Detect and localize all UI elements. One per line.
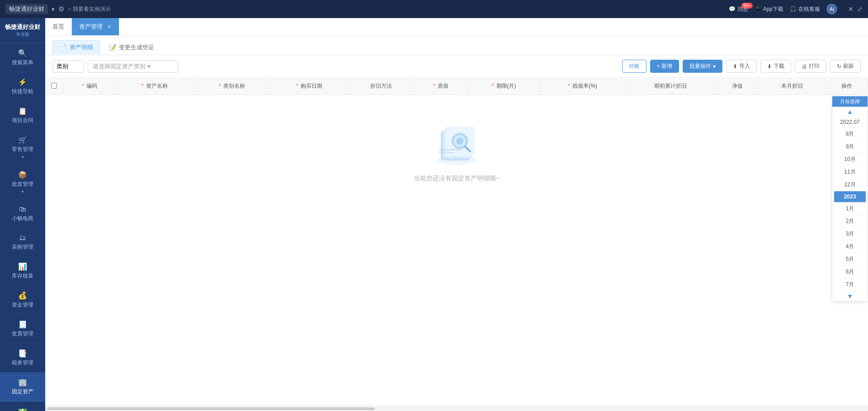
sidebar-item-ecommerce[interactable]: 🛍 小畅电商: [0, 200, 45, 228]
month-item-12[interactable]: 12月: [832, 179, 868, 191]
month-item-8[interactable]: 8月: [832, 128, 868, 141]
month-item-3[interactable]: 3月: [832, 228, 868, 241]
col-net-value: 净值: [716, 78, 758, 95]
sidebar-item-invoice-mgmt-label: 发票管理: [12, 330, 33, 338]
svg-rect-9: [439, 152, 454, 153]
col-name: * 资产名称: [116, 78, 193, 95]
top-bar-left: 畅捷通好业财 ▾ ⚙ ○ 我要看实例演示: [5, 4, 724, 14]
reconcile-label: 对账: [629, 62, 640, 70]
sidebar-item-fixed-assets[interactable]: 🏢 固定资产: [0, 373, 45, 402]
sidebar-item-retail-mgmt-label: 零售管理: [12, 146, 33, 153]
message-btn[interactable]: 💬 消息 99+: [729, 5, 748, 13]
batch-btn[interactable]: 批量操作 ▾: [683, 60, 722, 73]
table-container: * 编码 * 资产名称 * 类别名称: [45, 78, 868, 406]
month-item-year-badge[interactable]: 2023: [834, 191, 866, 203]
sub-tab-asset-detail-label: 资产明细: [70, 43, 93, 52]
demo-link[interactable]: ○ 我要看实例演示: [68, 5, 111, 13]
asset-table: * 编码 * 资产名称 * 类别名称: [45, 78, 868, 95]
sidebar-item-project-contract-label: 项目合同: [12, 117, 33, 124]
month-item-current-year[interactable]: 2022.07: [832, 117, 868, 128]
sidebar-item-invoice-mgmt[interactable]: 🧾 发票管理: [0, 315, 45, 344]
project-contract-icon: 📋: [18, 107, 27, 115]
col-purchase-date: * 购买日期: [270, 78, 348, 95]
tab-asset-mgmt[interactable]: 资产管理 ✕: [72, 18, 119, 35]
sidebar-item-payroll[interactable]: 💵 工资: [0, 402, 45, 411]
month-item-9[interactable]: 9月: [832, 141, 868, 153]
finance-mgmt-icon: 💰: [18, 291, 27, 300]
sidebar-item-search-menu[interactable]: 🔍 搜索菜单: [0, 43, 45, 72]
sidebar-item-quick-nav[interactable]: ⚡ 快捷导航: [0, 72, 45, 101]
category-placeholder: 请选择固定资产类别: [93, 62, 146, 71]
sub-tab-change-voucher[interactable]: 📝 变更生成凭证: [102, 40, 161, 55]
print-label: 打印: [809, 62, 820, 70]
demo-link-text: 我要看实例演示: [73, 5, 111, 13]
select-all-checkbox[interactable]: [51, 83, 57, 89]
scrollbar-bottom[interactable]: [45, 406, 868, 411]
sidebar-item-wholesale-mgmt[interactable]: 📦 批发管理 ▾: [0, 165, 45, 200]
refresh-btn[interactable]: ↻ 刷新: [830, 60, 861, 73]
ecommerce-icon: 🛍: [19, 205, 26, 213]
month-item-7[interactable]: 7月: [832, 279, 868, 291]
main-layout: 畅捷通好业财 专业版 🔍 搜索菜单 ⚡ 快捷导航 📋 项目合同 🛒 零售管理 ▾…: [0, 18, 868, 411]
maximize-window-icon[interactable]: ⤢: [857, 5, 863, 13]
month-item-11[interactable]: 11月: [832, 166, 868, 179]
content-wrapper: * 编码 * 资产名称 * 类别名称: [45, 78, 868, 406]
quick-nav-icon: ⚡: [18, 78, 27, 86]
download-btn[interactable]: ⬇ 下载: [760, 60, 791, 73]
col-checkbox: [45, 78, 63, 95]
sidebar: 畅捷通好业财 专业版 🔍 搜索菜单 ⚡ 快捷导航 📋 项目合同 🛒 零售管理 ▾…: [0, 18, 45, 411]
month-item-6[interactable]: 6月: [832, 266, 868, 279]
sidebar-item-finance-mgmt[interactable]: 💰 资金管理: [0, 286, 45, 315]
tab-home-label: 首页: [52, 23, 64, 30]
month-item-4[interactable]: 4月: [832, 241, 868, 253]
retail-mgmt-icon: 🛒: [18, 136, 27, 144]
logo-sub: 专业版: [4, 31, 42, 38]
online-service-label: 在线客服: [798, 5, 820, 13]
scrollbar-thumb[interactable]: [47, 407, 375, 410]
sidebar-item-retail-mgmt[interactable]: 🛒 零售管理 ▾: [0, 130, 45, 165]
col-category: * 类别名称: [193, 78, 270, 95]
month-panel-header: 月份选择: [832, 96, 868, 107]
company-dropdown-arrow[interactable]: ▾: [52, 6, 55, 13]
payroll-icon: 💵: [18, 407, 27, 411]
settings-icon[interactable]: ⚙: [58, 5, 64, 13]
add-btn[interactable]: + 新增: [650, 60, 679, 73]
category-filter[interactable]: 类别: [52, 60, 84, 73]
empty-state: 当前您还没有固定资产明细哦~: [45, 95, 868, 210]
refresh-label: 刷新: [843, 62, 854, 70]
close-window-icon[interactable]: ✕: [848, 5, 854, 13]
user-avatar[interactable]: Ai: [826, 4, 837, 14]
refresh-icon: ↻: [837, 63, 841, 70]
month-item-2[interactable]: 2月: [832, 215, 868, 228]
month-item-1[interactable]: 1月: [832, 203, 868, 215]
app-download-btn[interactable]: 📱 App下载: [755, 5, 783, 13]
sidebar-item-tax-mgmt[interactable]: 📑 税务管理: [0, 344, 45, 373]
tab-close-icon[interactable]: ✕: [107, 24, 112, 30]
svg-point-6: [456, 137, 463, 145]
reconcile-btn[interactable]: 对账: [622, 60, 646, 73]
import-btn[interactable]: ⬆ 导入: [726, 60, 757, 73]
batch-dropdown-arrow-icon: ▾: [713, 63, 716, 70]
print-btn[interactable]: 🖨 打印: [795, 60, 826, 73]
sub-tab-change-voucher-label: 变更生成凭证: [119, 43, 154, 52]
category-input[interactable]: 请选择固定资产类别 ▾: [88, 60, 178, 73]
table-header-row: * 编码 * 资产名称 * 类别名称: [45, 78, 868, 95]
batch-label: 批量操作: [689, 62, 711, 70]
sidebar-item-search-menu-label: 搜索菜单: [12, 59, 33, 66]
sidebar-item-purchase-mgmt[interactable]: 🗂 采购管理: [0, 228, 45, 257]
tab-home[interactable]: 首页: [45, 18, 72, 35]
sidebar-item-inventory[interactable]: 📊 库存核算: [0, 257, 45, 286]
sidebar-item-inventory-label: 库存核算: [12, 272, 33, 280]
month-item-10[interactable]: 10月: [832, 153, 868, 166]
company-name[interactable]: 畅捷通好业财: [5, 4, 48, 14]
sidebar-item-project-contract[interactable]: 📋 项目合同: [0, 101, 45, 130]
page-content: 📄 资产明细 📝 变更生成凭证 类别 请选择固定资产类别 ▾: [45, 36, 868, 411]
tab-bar: 首页 资产管理 ✕: [45, 18, 868, 36]
month-nav-up-btn[interactable]: ▲: [845, 108, 855, 115]
category-label: 类别: [57, 62, 68, 71]
online-service-btn[interactable]: 🎧 在线客服: [790, 5, 820, 13]
month-nav-down-btn[interactable]: ▼: [845, 293, 855, 300]
company-name-text: 畅捷通好业财: [9, 5, 44, 12]
sub-tab-asset-detail[interactable]: 📄 资产明细: [52, 40, 100, 55]
month-item-5[interactable]: 5月: [832, 253, 868, 266]
